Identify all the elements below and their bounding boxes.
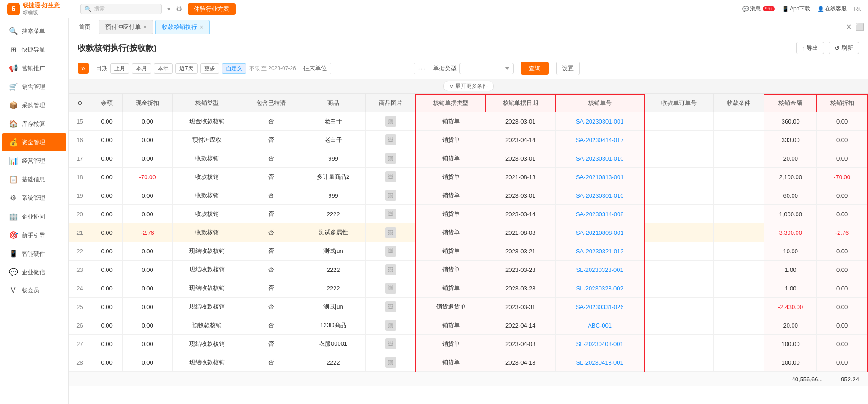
tab-prepay-close[interactable]: × — [143, 24, 146, 30]
doctype-select[interactable]: 销货单 销货退货单 — [459, 63, 514, 74]
col-verify-discount-header: 核销折扣 — [817, 94, 868, 112]
cell-verify-amount: 3,390.00 — [764, 223, 816, 242]
verify-doc-no-link[interactable]: SA-20210808-001 — [576, 229, 624, 236]
online-service-link[interactable]: 👤 在线客服 — [817, 5, 847, 13]
verify-doc-no-link[interactable]: SL-20230418-001 — [576, 359, 623, 366]
cell-receipt-condition — [714, 279, 764, 298]
cell-cash-discount: -2.76 — [123, 223, 173, 242]
verify-doc-no-link[interactable]: ABC-001 — [588, 322, 612, 329]
dropdown-arrow-icon[interactable]: ▾ — [167, 5, 170, 12]
sidebar-item-basic-info[interactable]: 📋 基础信息 — [2, 171, 66, 188]
sidebar-item-guide[interactable]: 🎯 新手引导 — [2, 226, 66, 244]
window-close-icon[interactable]: ✕ — [846, 23, 852, 31]
cell-receipt-order-no — [645, 298, 714, 316]
sidebar-item-wechat[interactable]: 💬 企业微信 — [2, 263, 66, 281]
industry-solution-button[interactable]: 体验行业方案 — [188, 3, 236, 15]
verify-doc-no-link[interactable]: SA-20230301-001 — [576, 118, 624, 125]
refresh-button[interactable]: ↺ 刷新 — [829, 42, 859, 54]
btn-7days[interactable]: 近7天 — [175, 63, 198, 74]
sidebar-item-hardware[interactable]: 📱 智能硬件 — [2, 245, 66, 262]
verify-doc-no-link[interactable]: SL-20230328-001 — [576, 266, 623, 273]
filter-toggle-arrow[interactable]: » — [78, 63, 89, 74]
verify-doc-no-link[interactable]: SA-20230414-017 — [576, 137, 624, 143]
col-settings-header[interactable]: ⚙ — [69, 94, 91, 112]
tab-bar: 首页 预付冲应付单 × 收款核销执行 × ✕ ⬜ — [69, 18, 868, 36]
cell-verify-amount: -2,430.00 — [764, 298, 816, 316]
cell-product: 衣服00001 — [301, 335, 365, 353]
counterpart-dots: ··· — [418, 65, 426, 72]
expand-more-button[interactable]: ∨ 展开更多条件 — [443, 81, 494, 91]
cell-receipt-condition — [714, 205, 764, 223]
cell-balance: 0.00 — [91, 186, 123, 205]
sidebar-item-sales[interactable]: 🛒 销售管理 — [2, 78, 66, 95]
sidebar-item-marketing[interactable]: 📢 营销推广 — [2, 59, 66, 77]
logo-subtitle: 标准版 — [23, 10, 60, 16]
verify-doc-no-link[interactable]: SA-20230301-010 — [576, 155, 624, 162]
col-verify-doc-type-header: 核销单据类型 — [416, 94, 486, 112]
user-label[interactable]: Rit — [854, 6, 861, 12]
tab-receipt-close[interactable]: × — [200, 24, 203, 30]
btn-last-month[interactable]: 上月 — [110, 63, 129, 74]
filter-settings-button[interactable]: 设置 — [556, 62, 580, 75]
sidebar-item-purchase[interactable]: 📦 采购管理 — [2, 96, 66, 114]
sidebar-item-finance[interactable]: 💰 资金管理 — [2, 133, 66, 151]
cell-verify-doc-type: 销货单 — [416, 316, 486, 335]
cell-verify-amount: 20.00 — [764, 149, 816, 168]
btn-this-year[interactable]: 本年 — [154, 63, 173, 74]
cell-verify-discount: 0.00 — [817, 242, 868, 261]
tab-receipt-verify[interactable]: 收款核销执行 × — [155, 20, 210, 34]
cell-verify-doc-type: 销货单 — [416, 279, 486, 298]
logo-name: 畅捷通·好生意 — [23, 1, 60, 10]
btn-more-dates[interactable]: 更多 — [200, 63, 219, 74]
sidebar-item-corp[interactable]: 🏢 企业协同 — [2, 208, 66, 225]
verify-doc-no-link[interactable]: SA-20230331-026 — [576, 304, 624, 310]
col-verify-amount-header: 核销金额 — [764, 94, 816, 112]
data-table-container[interactable]: ⚙ 余额 现金折扣 核销类型 包含已结清 商品 商品图片 核销单据类型 核销单据… — [69, 94, 868, 404]
counterpart-input[interactable] — [330, 63, 415, 74]
verify-doc-no-link[interactable]: SL-20230328-002 — [576, 285, 623, 292]
page-actions: ↑ 导出 ↺ 刷新 — [796, 42, 859, 54]
cell-verify-discount: 0.00 — [817, 353, 868, 372]
tab-home[interactable]: 首页 — [72, 20, 97, 34]
cell-balance: 0.00 — [91, 261, 123, 279]
verify-doc-no-link[interactable]: SL-20230408-001 — [576, 341, 623, 347]
settings-icon[interactable]: ⚙ — [176, 5, 182, 13]
sidebar-item-system[interactable]: ⚙ 系统管理 — [2, 189, 66, 207]
cell-verify-discount: 0.00 — [817, 261, 868, 279]
cell-cash-discount: -70.00 — [123, 168, 173, 186]
verify-doc-no-link[interactable]: SA-20230301-010 — [576, 192, 624, 199]
cell-verify-doc-no: SA-20210813-001 — [555, 168, 644, 186]
cell-receipt-condition — [714, 353, 764, 372]
top-bar-right: 💬 消息 99+ 📱 App下载 👤 在线客服 Rit — [742, 5, 861, 13]
cell-num: 26 — [69, 316, 91, 335]
btn-this-month[interactable]: 本月 — [132, 63, 151, 74]
cell-verify-amount: 100.00 — [764, 335, 816, 353]
verify-doc-no-link[interactable]: SA-20230314-008 — [576, 211, 624, 218]
table-row: 27 0.00 0.00 现结收款核销 否 衣服00001 🖼 销货单 2023… — [69, 335, 868, 353]
message-link[interactable]: 💬 消息 99+ — [742, 5, 775, 13]
cell-num: 22 — [69, 242, 91, 261]
cell-verify-discount: -70.00 — [817, 168, 868, 186]
sidebar-item-inventory[interactable]: 🏠 库存核算 — [2, 115, 66, 133]
sidebar-item-search[interactable]: 🔍 搜索菜单 — [2, 22, 66, 40]
app-download-link[interactable]: 📱 App下载 — [782, 5, 810, 13]
tab-prepay[interactable]: 预付冲应付单 × — [99, 20, 153, 34]
cell-cash-discount: 0.00 — [123, 353, 173, 372]
col-cash-discount-header: 现金折扣 — [123, 94, 173, 112]
gear-icon[interactable]: ⚙ — [77, 100, 83, 106]
cell-verify-doc-date: 2023-03-14 — [486, 205, 555, 223]
query-button[interactable]: 查询 — [521, 62, 549, 75]
verify-doc-no-link[interactable]: SA-20230321-012 — [576, 248, 624, 255]
verify-doc-no-link[interactable]: SA-20210813-001 — [576, 174, 624, 181]
sidebar-item-member[interactable]: V 畅会员 — [2, 282, 66, 299]
cell-num: 17 — [69, 149, 91, 168]
btn-custom-date[interactable]: 自定义 — [222, 63, 246, 74]
top-search-box[interactable]: 🔍 搜索 — [80, 4, 162, 14]
cell-verify-type: 收款核销 — [172, 149, 241, 168]
sidebar-item-operations[interactable]: 📊 经营管理 — [2, 152, 66, 170]
message-icon: 💬 — [742, 6, 749, 12]
export-button[interactable]: ↑ 导出 — [796, 42, 825, 54]
sidebar-item-label: 新手引导 — [22, 231, 45, 239]
window-maximize-icon[interactable]: ⬜ — [855, 23, 864, 31]
sidebar-item-quick-nav[interactable]: ⊞ 快捷导航 — [2, 41, 66, 58]
